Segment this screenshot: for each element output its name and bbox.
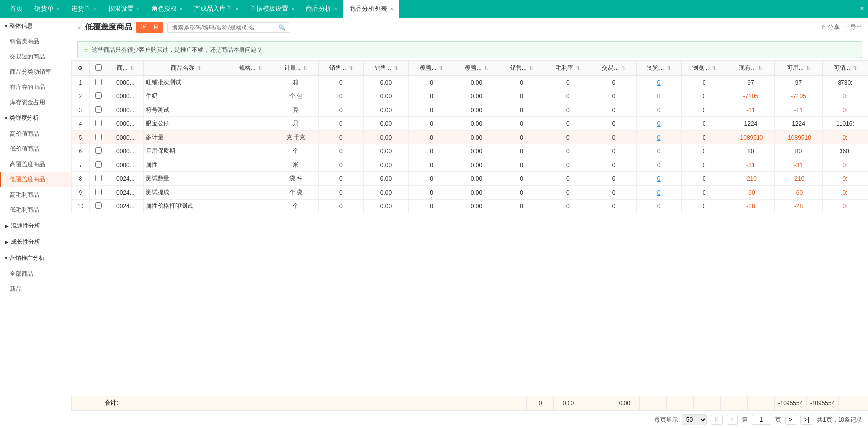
row-name: 测试提成 (144, 186, 228, 200)
sidebar-item-stock-capital[interactable]: 库存资金占用 (0, 95, 71, 110)
sidebar-section-freshness[interactable]: ▾ 类鲜度分析 (0, 110, 71, 126)
row-browse1[interactable]: 0 (636, 158, 681, 172)
row-checkbox[interactable] (95, 134, 102, 140)
nav-template-settings[interactable]: 单据模板设置 × (244, 0, 300, 18)
nav-role-auth[interactable]: 角色授权 × (145, 0, 189, 18)
row-browse1[interactable]: 0 (636, 103, 681, 117)
nav-analysis-list[interactable]: 商品分析列表 × (343, 0, 399, 18)
row-check[interactable] (89, 200, 107, 213)
nav-permissions[interactable]: 权限设置 × (102, 0, 145, 18)
row-browse1[interactable]: 0 (636, 117, 681, 131)
nav-close-permissions[interactable]: × (136, 6, 139, 12)
row-check[interactable] (89, 172, 107, 186)
nav-close-role[interactable]: × (180, 6, 183, 12)
row-checkbox[interactable] (95, 79, 102, 85)
close-all-tabs[interactable]: × (860, 4, 864, 13)
col-available[interactable]: 可用... ⇅ (775, 61, 823, 76)
col-code[interactable]: 商... ⇅ (107, 61, 144, 76)
sidebar-item-low-margin[interactable]: 低毛利商品 (0, 202, 71, 218)
sidebar-section-growth[interactable]: ▶ 成长性分析 (0, 234, 71, 250)
nav-sales-order[interactable]: 销货单 × (28, 0, 65, 18)
row-checkbox[interactable] (95, 161, 102, 168)
row-browse1[interactable]: 0 (636, 76, 681, 89)
col-browse1[interactable]: 浏览... ⇅ (636, 61, 681, 76)
sidebar-item-new-products[interactable]: 新品 (0, 282, 71, 297)
col-trans[interactable]: 交易... ⇅ (591, 61, 636, 76)
sidebar-item-low-coverage[interactable]: 低覆盖度商品 (0, 172, 71, 187)
row-browse1[interactable]: 0 (636, 172, 681, 186)
nav-home[interactable]: 首页 (4, 0, 28, 18)
sidebar-item-low-value[interactable]: 低价值商品 (0, 142, 71, 157)
row-check[interactable] (89, 186, 107, 200)
sidebar-item-category-rate[interactable]: 商品分类动销率 (0, 64, 71, 80)
row-checkbox[interactable] (95, 202, 102, 209)
last-page-button[interactable]: >| (800, 415, 813, 425)
page-number-input[interactable] (752, 415, 771, 425)
search-icon[interactable]: 🔍 (278, 24, 286, 31)
row-browse1[interactable]: 0 (636, 186, 681, 200)
col-settings[interactable]: ⚙ (72, 61, 90, 76)
row-check[interactable] (89, 131, 107, 144)
col-cover1[interactable]: 覆盖... ⇅ (408, 61, 454, 76)
sidebar-item-all-products[interactable]: 全部商品 (0, 266, 71, 282)
sidebar-item-high-value[interactable]: 高价值商品 (0, 126, 71, 142)
sidebar-item-high-coverage[interactable]: 高覆盖度商品 (0, 157, 71, 172)
share-button[interactable]: ⇧ 分享 (821, 23, 840, 31)
row-check[interactable] (89, 76, 107, 89)
row-unit: 箱 (273, 76, 318, 89)
row-checkbox[interactable] (95, 189, 102, 195)
next-page-button[interactable]: > (785, 415, 796, 425)
col-gross-rate[interactable]: 毛利率 ⇅ (544, 61, 591, 76)
sidebar-item-in-stock[interactable]: 有库存的商品 (0, 80, 71, 95)
first-page-button[interactable]: K (711, 415, 723, 425)
row-browse1[interactable]: 0 (636, 144, 681, 158)
row-sales-amt: 0.00 (363, 131, 408, 144)
col-sales-qty[interactable]: 销售... ⇅ (318, 61, 363, 76)
col-sales-amt[interactable]: 销售... ⇅ (363, 61, 408, 76)
prev-page-button[interactable]: < (727, 415, 738, 425)
row-check[interactable] (89, 89, 107, 103)
sidebar-section-marketing[interactable]: ▾ 营销推广分析 (0, 250, 71, 266)
row-browse1[interactable]: 0 (636, 89, 681, 103)
row-check[interactable] (89, 144, 107, 158)
row-checkbox[interactable] (95, 147, 102, 154)
nav-close-sales-order[interactable]: × (56, 6, 59, 12)
col-sales2[interactable]: 销售... ⇅ (499, 61, 544, 76)
row-check[interactable] (89, 158, 107, 172)
sidebar-item-traded-products[interactable]: 交易过的商品 (0, 49, 71, 64)
time-filter-button[interactable]: 近一月 (136, 22, 163, 33)
row-checkbox[interactable] (95, 175, 102, 181)
nav-close-purchase[interactable]: × (93, 6, 96, 12)
nav-close-analysis[interactable]: × (334, 6, 337, 12)
row-check[interactable] (89, 117, 107, 131)
col-spec[interactable]: 规格... ⇅ (228, 61, 273, 76)
col-check[interactable] (89, 61, 107, 76)
row-checkbox[interactable] (95, 92, 102, 99)
col-sellable[interactable]: 可销... ⇅ (822, 61, 868, 76)
col-name[interactable]: 商品名称 ⇅ (144, 61, 228, 76)
sidebar-item-high-margin[interactable]: 高毛利商品 (0, 187, 71, 202)
row-checkbox[interactable] (95, 106, 102, 113)
col-browse2[interactable]: 浏览... ⇅ (681, 61, 727, 76)
select-all-checkbox[interactable] (95, 64, 102, 71)
nav-close-product-entry[interactable]: × (235, 6, 238, 12)
export-button[interactable]: ↑ 导出 (845, 23, 862, 31)
row-browse1[interactable]: 0 (636, 131, 681, 144)
nav-close-template[interactable]: × (291, 6, 294, 12)
search-input[interactable] (172, 24, 276, 31)
sidebar-collapse-button[interactable]: « (77, 24, 81, 31)
sidebar-section-liquidity[interactable]: ▶ 流通性分析 (0, 218, 71, 234)
col-cover2[interactable]: 覆盖... ⇅ (454, 61, 499, 76)
row-checkbox[interactable] (95, 120, 102, 126)
row-check[interactable] (89, 103, 107, 117)
per-page-select[interactable]: 50 100 200 (682, 414, 707, 425)
col-unit[interactable]: 计量... ⇅ (273, 61, 318, 76)
nav-product-entry[interactable]: 产成品入库单 × (188, 0, 244, 18)
nav-product-analysis[interactable]: 商品分析 × (300, 0, 343, 18)
nav-purchase-order[interactable]: 进货单 × (65, 0, 102, 18)
row-browse1[interactable]: 0 (636, 200, 681, 213)
nav-close-analysis-list[interactable]: × (390, 6, 393, 12)
sidebar-item-sales-products[interactable]: 销售类商品 (0, 34, 71, 49)
col-current[interactable]: 现有... ⇅ (727, 61, 775, 76)
sidebar-section-overview[interactable]: ▾ 整体信息 (0, 18, 71, 34)
